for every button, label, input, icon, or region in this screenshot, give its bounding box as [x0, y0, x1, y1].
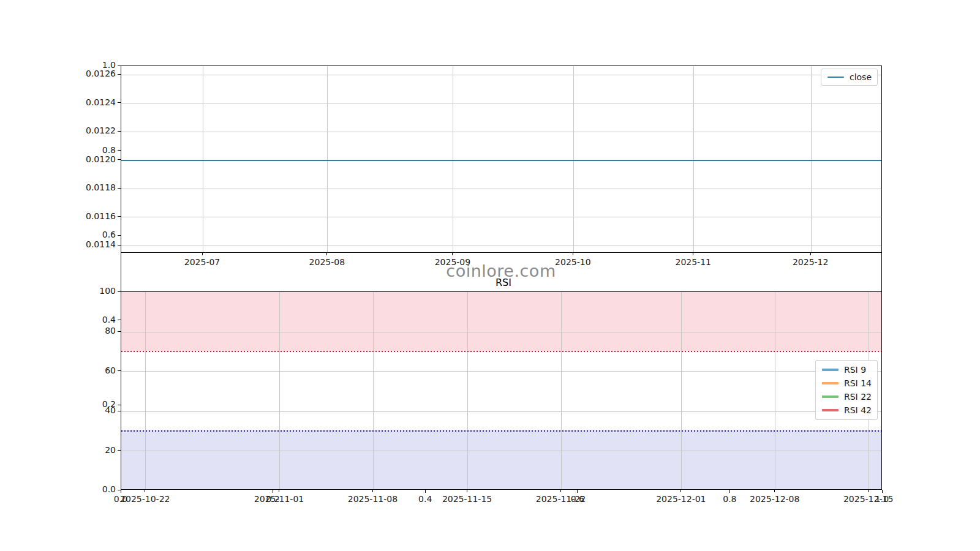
- x-tick-label: 2025-11-15: [437, 494, 498, 504]
- y-tick-mark: [118, 131, 121, 132]
- rsi-line-swatch: [822, 395, 839, 398]
- rsi-legend: RSI 9RSI 14RSI 22RSI 42: [815, 360, 878, 420]
- gridline-h: [121, 75, 881, 75]
- x-tick-mark: [774, 490, 775, 492]
- overlay-y-tick-mark: [118, 235, 121, 236]
- x-tick-mark: [868, 490, 869, 492]
- y-tick-label: 0.0114: [61, 239, 116, 250]
- gridline-v: [775, 292, 775, 489]
- rsi-title: RSI: [496, 277, 511, 288]
- x-tick-mark: [145, 490, 145, 492]
- x-tick-mark: [693, 253, 693, 255]
- oversold-line: [121, 430, 881, 432]
- gridline-h: [121, 189, 881, 189]
- y-tick-mark: [118, 188, 121, 189]
- close-legend-label: close: [850, 72, 872, 82]
- oversold-zone: [121, 430, 881, 489]
- rsi-legend-label: RSI 42: [844, 405, 872, 415]
- x-tick-mark: [326, 253, 327, 255]
- x-tick-label: 2025-12-01: [650, 494, 712, 504]
- x-tick-mark: [202, 253, 203, 255]
- overlay-x-tick-label: 0.6: [559, 494, 596, 504]
- overlay-x-tick-label: 0.4: [407, 494, 443, 504]
- gridline-h: [121, 451, 881, 451]
- overlay-x-tick-mark: [425, 490, 426, 493]
- chart-figure: close RSI 9RSI 14RSI 22RSI 42 coinlore.c…: [0, 0, 980, 551]
- gridline-h: [121, 103, 881, 103]
- x-tick-mark: [467, 490, 467, 492]
- gridline-h: [121, 217, 881, 217]
- y-tick-label: 20: [61, 445, 116, 455]
- y-tick-mark: [118, 411, 121, 411]
- overlay-x-tick-label: 0.2: [255, 494, 292, 504]
- price-chart: close: [121, 66, 882, 253]
- overlay-y-tick-mark: [118, 150, 121, 151]
- close-line: [121, 160, 881, 161]
- overlay-y-tick-label: 0.2: [61, 399, 116, 410]
- gridline-h: [121, 371, 881, 372]
- y-tick-mark: [118, 216, 121, 217]
- gridline-v: [373, 292, 374, 489]
- x-tick-mark: [372, 490, 373, 492]
- x-tick-mark: [560, 490, 561, 492]
- overlay-y-tick-label: 0.6: [61, 230, 116, 240]
- y-tick-mark: [118, 450, 121, 451]
- overlay-y-tick-mark: [118, 490, 121, 490]
- gridline-v: [145, 292, 146, 489]
- y-tick-label: 0.0122: [61, 126, 116, 136]
- overlay-x-tick-mark: [121, 490, 121, 493]
- y-tick-mark: [118, 245, 121, 246]
- overlay-y-tick-label: 0.0: [61, 484, 116, 495]
- gridline-v: [279, 292, 280, 489]
- x-tick-mark: [452, 253, 453, 255]
- overbought-zone: [121, 292, 881, 351]
- gridline-h: [121, 132, 881, 132]
- overlay-x-tick-mark: [729, 490, 730, 493]
- gridline-h: [121, 246, 881, 246]
- overlay-x-tick-label: 1.0: [864, 494, 900, 504]
- rsi-legend-label: RSI 22: [844, 392, 872, 402]
- overlay-x-tick-mark: [577, 490, 578, 493]
- y-tick-label: 80: [61, 326, 116, 336]
- rsi-chart: RSI 9RSI 14RSI 22RSI 42: [121, 291, 882, 490]
- overlay-y-tick-mark: [118, 405, 121, 405]
- rsi-legend-row: RSI 9: [822, 365, 872, 375]
- x-tick-mark: [573, 253, 573, 255]
- y-tick-label: 100: [61, 286, 116, 296]
- x-tick-mark: [810, 253, 811, 255]
- overlay-x-tick-label: 0.8: [711, 494, 748, 504]
- gridline-v: [467, 292, 468, 489]
- overlay-y-tick-label: 1.0: [61, 60, 116, 70]
- y-tick-mark: [118, 291, 121, 292]
- x-tick-mark: [680, 490, 681, 492]
- x-tick-label: 2025-11: [663, 257, 724, 268]
- rsi-legend-label: RSI 9: [844, 365, 866, 375]
- y-tick-mark: [118, 331, 121, 332]
- overlay-y-tick-label: 0.8: [61, 145, 116, 156]
- rsi-legend-label: RSI 14: [844, 378, 872, 388]
- overlay-x-tick-mark: [273, 490, 273, 493]
- y-tick-mark: [118, 159, 121, 160]
- rsi-line-swatch: [822, 369, 839, 371]
- rsi-line-swatch: [822, 409, 839, 411]
- rsi-legend-row: RSI 22: [822, 392, 872, 402]
- overlay-x-tick-label: 0.0: [102, 494, 139, 504]
- overlay-y-tick-mark: [118, 320, 121, 320]
- x-tick-label: 2025-12-08: [744, 494, 805, 504]
- x-tick-label: 2025-07: [172, 257, 233, 268]
- overlay-y-tick-mark: [118, 66, 121, 66]
- gridline-h: [121, 332, 881, 332]
- gridline-v: [561, 292, 562, 489]
- gridline-v: [681, 292, 682, 489]
- x-tick-label: 2025-12: [780, 257, 841, 268]
- y-tick-label: 60: [61, 365, 116, 376]
- overlay-y-tick-label: 0.4: [61, 315, 116, 325]
- y-tick-label: 0.0116: [61, 211, 116, 222]
- close-line-swatch: [827, 77, 844, 78]
- y-tick-label: 0.0118: [61, 182, 116, 193]
- price-legend: close: [821, 69, 878, 86]
- gridline-h: [121, 411, 881, 412]
- x-tick-label: 2025-08: [296, 257, 358, 268]
- y-tick-label: 0.0124: [61, 97, 116, 108]
- y-tick-label: 0.0120: [61, 154, 116, 165]
